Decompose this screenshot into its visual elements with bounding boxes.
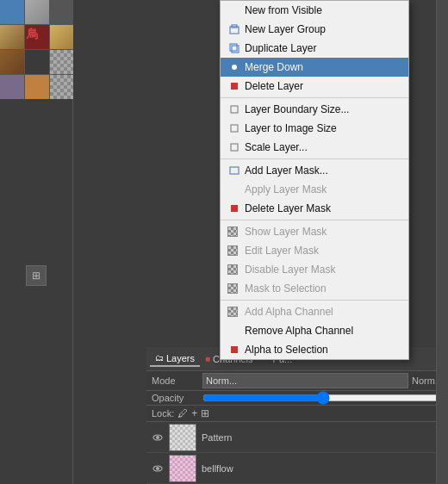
disable-layer-mask-icon (227, 264, 238, 275)
thumb-11[interactable] (25, 75, 49, 99)
opacity-label: Opacity (152, 393, 199, 403)
svg-rect-11 (231, 125, 238, 132)
layer-thumb-bellflow (169, 455, 196, 482)
menu-label-new-layer-group: New Layer Group (245, 23, 326, 35)
alpha-to-selection-icon (227, 343, 241, 357)
menu-label-add-alpha-channel: Add Alpha Channel (245, 306, 333, 318)
layer-name-pattern: Pattern (202, 432, 232, 443)
menu-alpha-to-selection[interactable]: Alpha to Selection (221, 340, 408, 359)
scale-layer-icon (227, 140, 241, 154)
lock-label: Lock: (152, 408, 174, 419)
menu-label-delete-layer-mask: Delete Layer Mask (245, 202, 331, 214)
channels-tab-icon: ■ (205, 354, 210, 363)
layer-to-image-icon (227, 121, 241, 135)
menu-add-alpha-channel: Add Alpha Channel (221, 302, 408, 321)
menu-label-scale-layer: Scale Layer... (245, 141, 308, 153)
lock-row: Lock: 🖊 + ⊞ (146, 406, 448, 422)
mode-dropdown[interactable] (202, 373, 408, 388)
opacity-row: Opacity (146, 391, 448, 406)
separator-4 (221, 300, 408, 301)
layers-tab-icon: 🗂 (155, 353, 164, 363)
opacity-slider[interactable] (202, 393, 443, 403)
layer-item-bellflow[interactable]: bellflow (146, 453, 448, 484)
delete-layer-mask-icon (227, 202, 241, 215)
add-alpha-icon (227, 307, 238, 317)
svg-point-3 (156, 467, 159, 470)
thumb-8[interactable] (25, 50, 49, 74)
svg-rect-13 (230, 167, 239, 174)
menu-mask-to-selection: Mask to Selection (221, 279, 408, 298)
lock-pixels-icon[interactable]: 🖊 (177, 407, 188, 419)
menu-delete-layer[interactable]: Delete Layer (221, 77, 408, 96)
edit-layer-mask-icon (227, 245, 238, 256)
menu-label-edit-layer-mask: Edit Layer Mask (245, 245, 319, 257)
thumb-1[interactable] (0, 0, 24, 24)
menu-label-duplicate-layer: Duplicate Layer (245, 42, 316, 54)
menu-add-layer-mask[interactable]: Add Layer Mask... (221, 161, 408, 180)
thumb-4[interactable] (0, 25, 24, 49)
svg-rect-10 (231, 106, 238, 113)
thumb-12[interactable] (50, 75, 74, 99)
menu-label-mask-to-selection: Mask to Selection (245, 282, 327, 295)
svg-rect-12 (231, 144, 238, 151)
menu-delete-layer-mask[interactable]: Delete Layer Mask (221, 199, 408, 218)
svg-point-8 (232, 65, 237, 70)
thumb-7[interactable] (0, 50, 24, 74)
svg-rect-9 (231, 83, 238, 90)
svg-point-1 (156, 436, 159, 439)
menu-label-show-layer-mask: Show Layer Mask (245, 226, 327, 238)
menu-layer-boundary-size[interactable]: Layer Boundary Size... (221, 100, 408, 119)
merge-down-icon (227, 60, 241, 74)
thumb-9[interactable] (50, 50, 74, 74)
layers-tab-label: Layers (166, 353, 195, 363)
thumbnail-grid: 鳥 (0, 0, 72, 99)
left-panel: 鳥 ⊞ (0, 0, 73, 484)
thumb-6[interactable] (50, 25, 74, 49)
layer-boundary-icon (227, 102, 241, 116)
menu-label-merge-down: Merge Down (245, 61, 303, 73)
menu-new-layer-group[interactable]: New Layer Group (221, 20, 408, 39)
thumb-10[interactable] (0, 75, 24, 99)
tab-layers[interactable]: 🗂 Layers (150, 351, 200, 367)
separator-2 (221, 158, 408, 159)
layer-name-bellflow: bellflow (202, 463, 233, 474)
menu-label-alpha-to-selection: Alpha to Selection (245, 344, 328, 356)
menu-label-delete-layer: Delete Layer (245, 80, 303, 92)
lock-alpha-icon[interactable]: ⊞ (201, 407, 209, 419)
menu-label-apply-layer-mask: Apply Layer Mask (245, 183, 327, 195)
layers-icon-button[interactable]: ⊞ (26, 265, 47, 286)
menu-apply-layer-mask: Apply Layer Mask (221, 180, 408, 199)
layers-panel: 🗂 Layers ■ Channels ✏ Pa... Mode Norm...… (146, 347, 448, 484)
menu-scale-layer[interactable]: Scale Layer... (221, 138, 408, 157)
menu-disable-layer-mask: Disable Layer Mask (221, 260, 408, 279)
right-panel (436, 0, 448, 484)
svg-rect-7 (230, 44, 237, 51)
thumb-2[interactable] (25, 0, 49, 24)
lock-plus-icon[interactable]: + (191, 407, 197, 419)
menu-label-layer-to-image-size: Layer to Image Size (245, 122, 337, 134)
thumb-5[interactable]: 鳥 (25, 25, 49, 49)
menu-label-remove-alpha-channel: Remove Alpha Channel (245, 325, 353, 337)
separator-1 (221, 97, 408, 98)
svg-rect-14 (231, 205, 238, 212)
duplicate-layer-icon (227, 41, 241, 55)
svg-rect-6 (232, 46, 239, 53)
menu-label-add-layer-mask: Add Layer Mask... (245, 164, 328, 177)
menu-label-new-from-visible: New from Visible (245, 4, 322, 16)
layer-item-pattern[interactable]: Pattern (146, 422, 448, 453)
menu-merge-down[interactable]: Merge Down (221, 58, 408, 77)
delete-layer-icon (227, 79, 241, 93)
menu-show-layer-mask: Show Layer Mask (221, 222, 408, 241)
eye-icon-bellflow[interactable] (152, 462, 164, 475)
mode-label: Mode (152, 375, 199, 386)
menu-remove-alpha-channel[interactable]: Remove Alpha Channel (221, 321, 408, 340)
menu-new-from-visible[interactable]: New from Visible (221, 1, 408, 20)
menu-edit-layer-mask: Edit Layer Mask (221, 241, 408, 260)
menu-duplicate-layer[interactable]: Duplicate Layer (221, 39, 408, 58)
context-menu: New from Visible New Layer Group Duplica… (220, 0, 409, 360)
show-layer-mask-icon (227, 226, 238, 237)
eye-icon-pattern[interactable] (152, 431, 164, 444)
thumb-3[interactable] (50, 0, 74, 24)
menu-layer-to-image-size[interactable]: Layer to Image Size (221, 119, 408, 138)
mode-row: Mode Norm... (146, 371, 448, 391)
